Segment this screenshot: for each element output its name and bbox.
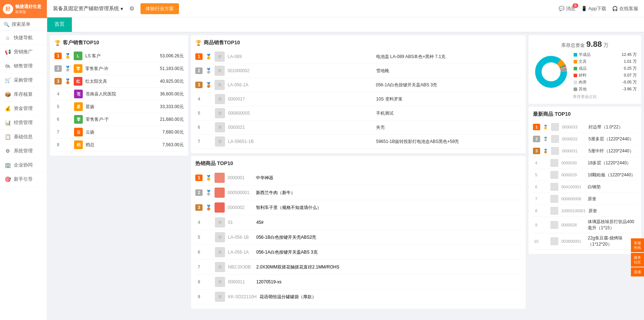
- logo-main: 畅捷通好生意: [15, 4, 41, 10]
- new-products-title: 最新商品 TOP10: [533, 111, 637, 118]
- product-name: 中华神器: [256, 175, 273, 181]
- product-image: [550, 171, 558, 179]
- new-product-item: 810000100001原奎: [533, 205, 637, 217]
- rank-item: 3🥉图LA-056-1A056-1A白色按键开关盖ABS 3壳: [195, 78, 521, 92]
- rank-number: 3: [195, 204, 203, 211]
- legend-label: 其他: [579, 86, 615, 92]
- hot-product-item: 1🥇0000001中华神器: [195, 171, 521, 185]
- sidebar-item-finance[interactable]: 💰资金管理: [0, 102, 47, 116]
- tab-home[interactable]: 首页: [47, 17, 72, 32]
- system-title-dropdown[interactable]: 装备及固定资产辅助管理系统 ▾: [53, 5, 123, 12]
- sidebar-logo: 好 畅捷通好生意 标准版: [0, 0, 47, 18]
- legend-dot: [574, 53, 577, 57]
- product-code: 0000017: [228, 97, 373, 102]
- rank-number: 3: [54, 78, 62, 85]
- settings-button[interactable]: ⚙: [127, 4, 137, 14]
- rank-item: 2🥈零零售客户-许51,183.00元: [54, 62, 184, 75]
- sidebar-item-inventory[interactable]: 📦库存核算: [0, 87, 47, 102]
- customer-ranking-title: 🏆 客户销售TOP10: [54, 40, 184, 46]
- sidebar-item-system[interactable]: ⚙系统管理: [0, 144, 47, 158]
- rank-item: 6图0000021夹壳: [195, 120, 521, 135]
- product-image: [550, 207, 558, 215]
- product-code: 0000031: [562, 149, 586, 153]
- hot-product-item: 5图LA-056-1B056-1B白色按键开关壳ABS2壳: [195, 230, 521, 245]
- rank-number: 6: [195, 250, 203, 255]
- hot-products-title: 热销商品 TOP10: [195, 160, 521, 167]
- rank-avatar: 星: [74, 102, 83, 111]
- sidebar-item-operations[interactable]: 📊经营管理: [0, 116, 47, 130]
- rank-number: 10: [533, 239, 539, 243]
- sidebar-search[interactable]: 🔍 搜索菜单: [0, 18, 47, 31]
- rank-number: 6: [195, 125, 203, 130]
- message-action[interactable]: 💬 消息 6: [559, 5, 575, 12]
- sidebar-item-guide[interactable]: 🎯新手引导: [0, 172, 47, 186]
- rank-amount: 40,925.00元: [160, 78, 184, 85]
- trial-button[interactable]: 体验行业方案: [140, 3, 179, 14]
- legend-value: 0.25 万: [617, 66, 637, 71]
- rank-number: 2: [195, 189, 203, 196]
- product-name: 056-1A白色按键开关盖ABS 3壳: [376, 82, 522, 88]
- rank-name: 苍南县人民医院: [86, 91, 157, 97]
- right-column: 库存总资金 9.88 万 半成品12.45 万文具1: [529, 35, 641, 317]
- nav-icon-quick-nav: ⌂: [4, 35, 11, 41]
- rank-amount: 36,600.00元: [160, 91, 184, 97]
- product-image: [551, 123, 559, 131]
- rank-item: 7云云扬7,680.00元: [54, 126, 184, 139]
- nav-icon-purchase: 🛒: [4, 77, 11, 83]
- sidebar-item-sales[interactable]: 🛍销售管理: [0, 59, 47, 73]
- new-product-item: 1000380000122g鱼豆腐-烧烤味（1*12*20）: [533, 233, 637, 250]
- product-name: 10S 变料罗浆: [376, 96, 521, 102]
- rank-number: 4: [195, 97, 203, 102]
- product-code: 0000011: [228, 279, 253, 284]
- rank-avatar: 云: [74, 128, 83, 136]
- sidebar-item-marketing[interactable]: 📢营销推广: [0, 45, 47, 59]
- legend-value: -0.05 万: [617, 79, 637, 85]
- float-button[interactable]: 直播: [631, 267, 644, 276]
- rank-number: 1: [195, 175, 203, 181]
- sidebar-item-quick-nav[interactable]: ⌂快捷导航: [0, 31, 47, 45]
- rank-item: 5星星扬33,333.00元: [54, 100, 184, 113]
- sidebar-item-enterprise[interactable]: 🏢企业协同: [0, 158, 47, 172]
- legend-dot: [574, 74, 577, 77]
- product-image: [215, 202, 225, 213]
- rank-item: 8档档总7,563.00元: [54, 139, 184, 151]
- mobile-icon: 📱: [581, 6, 587, 11]
- float-button[interactable]: 客服热线: [631, 238, 644, 252]
- legend-item: 文具1.01 万: [574, 59, 637, 64]
- app-download-action[interactable]: 📱 App下载: [581, 5, 606, 12]
- rank-number: 7: [54, 130, 62, 135]
- product-image: 图: [215, 80, 225, 90]
- inventory-subtitle: 库存资金占比: [533, 94, 637, 99]
- nav-label-inventory: 库存核算: [14, 91, 33, 98]
- product-name: 封边带（1.0*22）: [588, 124, 637, 130]
- product-image: 图: [215, 262, 225, 272]
- product-ranking-title: 🏆 商品销售TOP10: [195, 40, 521, 46]
- nav-label-finance: 资金管理: [14, 105, 33, 112]
- online-service-label: 在线客服: [619, 5, 638, 12]
- rank-number: 7: [195, 139, 203, 144]
- new-product-item: 1🥇0000033封边带（1.0*22）: [533, 121, 637, 133]
- sidebar-item-purchase[interactable]: 🛒采购管理: [0, 73, 47, 87]
- product-code: KK-SD22110H: [228, 294, 257, 299]
- svg-point-6: [542, 62, 561, 81]
- product-code: LA-056-1B: [228, 235, 253, 240]
- rank-number: 5: [195, 111, 203, 116]
- legend-dot: [574, 81, 577, 84]
- float-button[interactable]: 服务社区: [631, 253, 644, 267]
- inventory-total: 库存总资金 9.88 万: [533, 40, 637, 49]
- rank-number: 2: [195, 67, 203, 74]
- sidebar-item-basic-info[interactable]: 📋基础信息: [0, 130, 47, 144]
- product-code: 10000100001: [561, 209, 586, 213]
- inventory-legend: 半成品12.45 万文具1.01 万成品0.25 万材料0.07 万肉类-0.0…: [574, 52, 637, 92]
- new-product-item: 90000028体璃荔枝味苏打饮品400毫升（1*15）: [533, 217, 637, 233]
- online-service-action[interactable]: 🎧 在线客服: [612, 5, 638, 12]
- search-label: 搜索菜单: [12, 21, 30, 28]
- product-name: 18颗粒板（1220*2440）: [588, 172, 637, 178]
- nav-icon-sales: 🛍: [4, 63, 11, 69]
- trophy-icon: 🥉: [205, 205, 212, 210]
- rank-number: 2: [54, 65, 62, 72]
- rank-name: 云扬: [86, 129, 159, 135]
- rank-name: 星扬: [86, 104, 157, 110]
- nav-label-system: 系统管理: [14, 148, 33, 154]
- legend-dot: [574, 67, 577, 70]
